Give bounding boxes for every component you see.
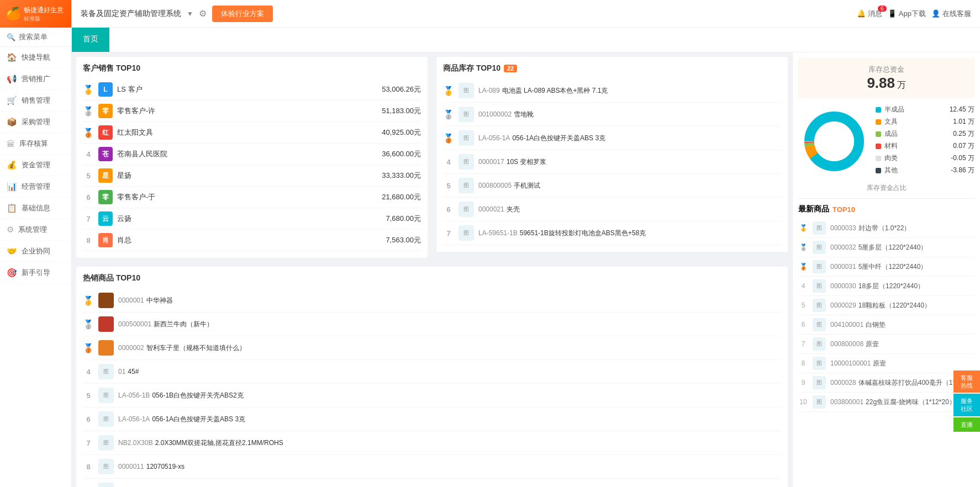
message-btn[interactable]: 🔔 6 消息 xyxy=(857,9,882,19)
customer-rank-row: 7云云扬7,680.00元 xyxy=(83,208,421,230)
sidebar-item-label: 营销推广 xyxy=(22,74,50,84)
product-badge: 22 xyxy=(504,65,517,72)
new-product-row: 6图004100001白钢垫 xyxy=(798,315,974,335)
sidebar-item-purchase[interactable]: 📦 采购管理 xyxy=(0,112,71,133)
svg-point-5 xyxy=(814,121,854,161)
app-download-btn[interactable]: 📱 App下载 xyxy=(888,9,926,19)
legend-label: 其他 xyxy=(884,166,947,175)
product-image: 图 xyxy=(813,221,826,235)
rank-number: 🥇 xyxy=(83,295,94,306)
product-image: 图 xyxy=(813,241,826,254)
product-rank-row: 🥇图LA-089电池盖 LA-089 ABS本色+黑种 7.1克 xyxy=(443,79,781,103)
rank-number: 4 xyxy=(83,368,94,376)
product-info: 0000001中华神器 xyxy=(118,296,781,305)
new-title-text: 最新商品 xyxy=(798,204,829,214)
rank-number: 5 xyxy=(83,172,94,180)
legend-color xyxy=(876,131,881,137)
product-title-text: 商品库存 TOP10 xyxy=(443,63,500,73)
sidebar-item-home[interactable]: 🏠 快捷导航 xyxy=(0,47,71,68)
customer-rank-row: 6零零售客户-于21,680.00元 xyxy=(83,187,421,208)
product-info: LA-056-1A056-1A白色按键开关盖ABS 3克 xyxy=(478,134,781,143)
rank-number: 5 xyxy=(443,182,454,190)
product-info: 000001112070519-xs xyxy=(118,463,781,470)
legend-value: -0.05 万 xyxy=(951,153,974,163)
product-rank-row: 🥈图001000002雪地靴 xyxy=(443,103,781,126)
product-image: 图 xyxy=(459,130,474,146)
rank-number: 🥉 xyxy=(798,263,808,271)
new-top10-badge: TOP10 xyxy=(833,205,855,214)
customer-avatar: 云 xyxy=(98,211,113,226)
rank-number: 8 xyxy=(798,359,808,367)
sales-icon: 🛒 xyxy=(7,96,17,105)
new-product-name: 00000325厘多层（1220*2440） xyxy=(830,243,974,252)
legend-color xyxy=(876,144,881,149)
hot-products-section: 热销商品 TOP10 🥇0000001中华神器🥈000500001新西兰牛肉（新… xyxy=(76,267,788,487)
customer-avatar: 肖 xyxy=(98,233,113,247)
customer-service-btn[interactable]: 客服热线 xyxy=(953,370,980,393)
customer-ranking-list: 🥇LLS 客户53,006.26元🥈零零售客户-许51,183.00元🥉红红太阳… xyxy=(83,79,421,251)
rank-number: 🥈 xyxy=(83,319,94,330)
trial-button[interactable]: 体验行业方案 xyxy=(212,6,273,22)
two-col-layout: 客户销售 TOP10 🥇LLS 客户53,006.26元🥈零零售客户-许51,1… xyxy=(72,52,792,262)
hot-title-text: 热销商品 TOP10 xyxy=(83,273,140,283)
service-icon: 👤 xyxy=(931,9,940,18)
online-service-btn[interactable]: 👤 在线客服 xyxy=(931,9,971,19)
new-product-row: 8图10000100001原壹 xyxy=(798,354,974,373)
customer-value: 33,333.00元 xyxy=(382,171,421,181)
sidebar-item-basics[interactable]: 📋 基础信息 xyxy=(0,198,71,219)
sidebar-item-label: 资金管理 xyxy=(22,160,50,170)
product-info: 0000021夹壳 xyxy=(478,205,781,214)
message-badge: 6 xyxy=(878,6,887,12)
legend-value: 12.45 万 xyxy=(950,105,974,114)
new-products-title: 最新商品 TOP10 xyxy=(798,204,974,214)
sidebar-item-operations[interactable]: 📊 经营管理 xyxy=(0,176,71,198)
new-product-name: 00000315厘中纤（1220*2440） xyxy=(830,262,974,272)
rank-number: 🥉 xyxy=(83,128,94,138)
search-menu[interactable]: 🔍 搜索菜单 xyxy=(0,28,71,47)
new-product-name: 000002918颗粒板（1220*2440） xyxy=(830,301,974,310)
customer-value: 7,680.00元 xyxy=(386,214,421,224)
rank-number: 🥇 xyxy=(443,86,454,96)
live-stream-btn[interactable]: 直播 xyxy=(953,417,980,432)
customer-value: 36,600.00元 xyxy=(382,149,421,159)
product-image xyxy=(98,340,114,356)
customer-name: 星扬 xyxy=(117,171,377,181)
rank-number: 10 xyxy=(798,398,808,406)
sidebar-item-guide[interactable]: 🎯 新手引导 xyxy=(0,262,71,284)
product-image xyxy=(98,293,114,308)
rank-number: 🥉 xyxy=(83,343,94,353)
product-image: 图 xyxy=(813,279,826,293)
new-product-row: 7图000800008原壹 xyxy=(798,335,974,354)
product-ranking-card: 商品库存 TOP10 22 🥇图LA-089电池盖 LA-089 ABS本色+黑… xyxy=(436,57,788,252)
product-ranking-col: 商品库存 TOP10 22 🥇图LA-089电池盖 LA-089 ABS本色+黑… xyxy=(432,52,792,262)
dropdown-arrow-icon[interactable]: ▼ xyxy=(187,10,193,18)
service-community-btn[interactable]: 服务社区 xyxy=(953,394,980,416)
guide-icon: 🎯 xyxy=(7,268,17,278)
customer-name: 红太阳文具 xyxy=(117,128,377,137)
sidebar-item-finance[interactable]: 💰 资金管理 xyxy=(0,155,71,176)
sidebar-item-sales[interactable]: 🛒 销售管理 xyxy=(0,90,71,112)
product-image: 图 xyxy=(98,435,114,451)
top-bar: 装备及固定资产辅助管理系统 ▼ ⚙ 体验行业方案 🔔 6 消息 📱 App下载 … xyxy=(72,0,980,28)
tab-home[interactable]: 首页 xyxy=(72,28,109,52)
product-info: NB2.0X30B2.0X30MM双搓花轴,搓花直径2.1MM/ROHS xyxy=(118,438,781,448)
customer-rank-row: 🥈零零售客户-许51,183.00元 xyxy=(83,100,421,122)
home-icon: 🏠 xyxy=(7,52,17,62)
hot-product-row: 6图LA-056-1A056-1A白色按键开关盖ABS 3克 xyxy=(83,407,781,431)
stock-ratio-label: 库存资金占比 xyxy=(798,183,974,193)
nav-tabs: 首页 xyxy=(72,28,980,52)
sidebar-item-system[interactable]: ⚙ 系统管理 xyxy=(0,219,71,241)
sidebar-item-marketing[interactable]: 📢 营销推广 xyxy=(0,68,71,90)
sidebar-item-inventory[interactable]: 🏛 库存核算 xyxy=(0,133,71,155)
customer-ranking-col: 客户销售 TOP10 🥇LLS 客户53,006.26元🥈零零售客户-许51,1… xyxy=(72,52,432,262)
rank-number: 4 xyxy=(83,150,94,158)
search-icon: 🔍 xyxy=(7,33,15,41)
new-products-section: 最新商品 TOP10 🥇图0000033封边带（1.0*22）🥈图0000032… xyxy=(798,198,974,412)
product-info: LA-59651-1B59651-1B旋转投影灯电池盒ABS黑色+58克 xyxy=(478,229,781,238)
new-product-name: 0000033封边带（1.0*22） xyxy=(830,224,974,233)
new-product-name: 00380000122g鱼豆腐-烧烤味（1*12*20） xyxy=(830,398,974,407)
sidebar-item-collab[interactable]: 🤝 企业协同 xyxy=(0,241,71,262)
new-product-name: 10000100001原壹 xyxy=(830,359,974,368)
product-info: 0000002智利车子里（规格不知道填什么） xyxy=(118,343,781,353)
settings-icon[interactable]: ⚙ xyxy=(199,8,207,19)
